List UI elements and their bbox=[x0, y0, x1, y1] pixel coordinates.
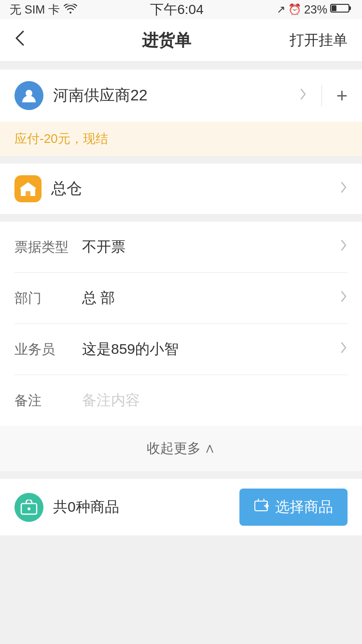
status-time: 下午6:04 bbox=[150, 0, 204, 19]
supplier-row[interactable]: 河南供应商22 + bbox=[0, 70, 362, 122]
invoice-type-chevron-icon bbox=[340, 238, 348, 255]
supplier-avatar bbox=[14, 81, 43, 110]
form-row-invoice-type[interactable]: 票据类型 不开票 bbox=[0, 222, 362, 272]
warehouse-icon bbox=[14, 175, 42, 202]
section-divider-3 bbox=[0, 214, 362, 222]
department-label: 部门 bbox=[14, 289, 82, 308]
salesperson-chevron-icon bbox=[340, 341, 348, 358]
department-chevron-icon bbox=[340, 290, 348, 307]
carrier-label: 无 SIM 卡 bbox=[10, 2, 60, 17]
warehouse-section: 总仓 bbox=[0, 164, 362, 214]
page-title: 进货单 bbox=[142, 29, 191, 52]
notes-label: 备注 bbox=[14, 392, 82, 410]
location-icon: ↗ bbox=[277, 3, 285, 16]
svg-point-8 bbox=[28, 507, 30, 510]
svg-point-3 bbox=[26, 90, 32, 97]
notice-banner: 应付-20元，现结 bbox=[0, 122, 362, 156]
product-bar: 共0种商品 选择商品 bbox=[0, 479, 362, 535]
form-row-notes[interactable]: 备注 备注内容 bbox=[0, 375, 362, 426]
collapse-button[interactable]: 收起更多 ∧ bbox=[0, 426, 362, 471]
battery-label: 23% bbox=[304, 3, 327, 16]
section-divider-1 bbox=[0, 62, 362, 70]
warehouse-row[interactable]: 总仓 bbox=[0, 164, 362, 214]
select-product-label: 选择商品 bbox=[275, 497, 333, 517]
open-pending-button[interactable]: 打开挂单 bbox=[290, 30, 348, 50]
invoice-type-label: 票据类型 bbox=[14, 238, 82, 256]
invoice-type-value: 不开票 bbox=[82, 237, 340, 257]
supplier-vertical-divider bbox=[321, 85, 322, 106]
select-product-icon bbox=[254, 498, 270, 516]
svg-rect-1 bbox=[349, 6, 351, 10]
background-area bbox=[0, 535, 362, 644]
warehouse-chevron-icon bbox=[340, 181, 348, 197]
nav-bar: 进货单 打开挂单 bbox=[0, 19, 362, 62]
battery-icon bbox=[330, 3, 352, 16]
supplier-name: 河南供应商22 bbox=[53, 85, 299, 106]
alarm-icon: ⏰ bbox=[288, 3, 301, 16]
product-bar-icon bbox=[14, 493, 43, 522]
back-button[interactable] bbox=[14, 29, 43, 51]
supplier-section: 河南供应商22 + 应付-20元，现结 bbox=[0, 70, 362, 156]
select-product-button[interactable]: 选择商品 bbox=[239, 489, 348, 526]
status-left: 无 SIM 卡 bbox=[10, 2, 77, 17]
department-value: 总 部 bbox=[82, 288, 340, 308]
wifi-icon bbox=[64, 3, 77, 16]
status-bar: 无 SIM 卡 下午6:04 ↗ ⏰ 23% bbox=[0, 0, 362, 19]
form-row-department[interactable]: 部门 总 部 bbox=[0, 273, 362, 323]
salesperson-value: 这是859的小智 bbox=[82, 339, 340, 359]
salesperson-label: 业务员 bbox=[14, 340, 82, 359]
form-row-salesperson[interactable]: 业务员 这是859的小智 bbox=[0, 324, 362, 375]
section-divider-2 bbox=[0, 156, 362, 164]
notes-value[interactable]: 备注内容 bbox=[82, 391, 348, 410]
supplier-chevron-icon bbox=[299, 87, 307, 104]
form-section: 票据类型 不开票 部门 总 部 业务员 这是859的小智 bbox=[0, 222, 362, 426]
add-supplier-button[interactable]: + bbox=[336, 85, 348, 107]
status-right: ↗ ⏰ 23% bbox=[277, 3, 352, 16]
svg-rect-2 bbox=[332, 5, 336, 11]
product-count-label: 共0种商品 bbox=[53, 497, 239, 517]
warehouse-name: 总仓 bbox=[51, 178, 340, 199]
svg-rect-6 bbox=[26, 191, 30, 196]
